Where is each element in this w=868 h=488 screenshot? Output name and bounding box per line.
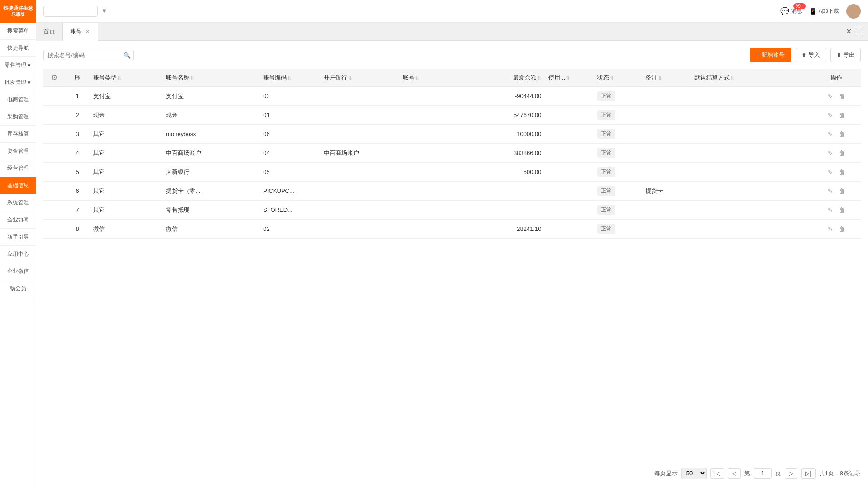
row-use-4 <box>545 163 593 182</box>
sidebar: 畅捷通好生意 乐惠版 搜索菜单 快捷导航 零售管理 ▼ 批发管理 ▼ 电商管理 … <box>0 0 36 488</box>
tab-minimize-button[interactable]: ✕ <box>846 27 852 36</box>
row-note-2 <box>642 125 690 144</box>
col-header-name[interactable]: 账号名称⇅ <box>162 69 259 87</box>
prev-page-button[interactable]: ◁ <box>728 468 741 479</box>
chevron-down-icon: ▼ <box>27 63 32 68</box>
sort-icon-balance[interactable]: ⇅ <box>538 75 541 80</box>
sidebar-item-guide[interactable]: 新手引导 <box>0 229 36 246</box>
user-avatar[interactable] <box>846 4 861 19</box>
sort-icon-type[interactable]: ⇅ <box>118 75 121 80</box>
sort-icon-name[interactable]: ⇅ <box>190 75 194 80</box>
column-settings-button[interactable]: ⚙ <box>51 73 57 82</box>
page-number-input[interactable] <box>754 468 772 479</box>
sidebar-item-inventory[interactable]: 库存核算 <box>0 126 36 143</box>
row-settings-6 <box>43 201 65 220</box>
export-button[interactable]: ⬇ 导出 <box>830 48 861 62</box>
page-suffix-label: 页 <box>775 469 781 478</box>
search-icon[interactable]: 🔍 <box>123 52 131 59</box>
row-type-7: 微信 <box>90 220 162 239</box>
per-page-select[interactable]: 50 100 <box>681 468 707 479</box>
sidebar-item-finance[interactable]: 资金管理 <box>0 143 36 160</box>
row-status-0: 正常 <box>594 87 642 106</box>
edit-button-1[interactable]: ✎ <box>826 111 835 120</box>
sidebar-item-search[interactable]: 搜索菜单 <box>0 23 36 40</box>
edit-button-7[interactable]: ✎ <box>826 225 835 234</box>
delete-button-2[interactable]: 🗑 <box>837 130 847 139</box>
delete-button-6[interactable]: 🗑 <box>837 206 847 215</box>
delete-button-3[interactable]: 🗑 <box>837 149 847 158</box>
delete-button-4[interactable]: 🗑 <box>837 168 847 177</box>
row-type-5: 其它 <box>90 182 162 201</box>
row-actions-2: ✎ 🗑 <box>812 125 861 144</box>
tab-account[interactable]: 账号 ✕ <box>63 23 98 41</box>
topbar-search-input[interactable] <box>43 6 98 17</box>
sidebar-item-purchase[interactable]: 采购管理 <box>0 108 36 126</box>
delete-button-1[interactable]: 🗑 <box>837 111 847 120</box>
delete-button-0[interactable]: 🗑 <box>837 92 847 101</box>
search-box[interactable]: 🔍 <box>43 50 134 61</box>
next-page-button[interactable]: ▷ <box>785 468 797 479</box>
search-input[interactable] <box>47 52 123 59</box>
sidebar-item-appcenter[interactable]: 应用中心 <box>0 246 36 263</box>
edit-button-6[interactable]: ✎ <box>826 206 835 215</box>
edit-button-0[interactable]: ✎ <box>826 92 835 101</box>
last-page-button[interactable]: ▷| <box>801 468 815 479</box>
topbar-dropdown-arrow[interactable]: ▼ <box>101 8 107 14</box>
first-page-button[interactable]: |◁ <box>710 468 724 479</box>
sort-icon-status[interactable]: ⇅ <box>610 75 613 80</box>
sidebar-item-retail[interactable]: 零售管理 ▼ <box>0 57 36 74</box>
col-header-note[interactable]: 备注⇅ <box>642 69 690 87</box>
row-status-1: 正常 <box>594 106 642 125</box>
sort-icon-default[interactable]: ⇅ <box>731 75 734 80</box>
edit-button-4[interactable]: ✎ <box>826 168 835 177</box>
app-download-button[interactable]: 📱 App下载 <box>809 7 839 15</box>
content-area: 🔍 + 新增账号 ⬆ 导入 ⬇ 导出 <box>36 41 868 488</box>
page-label: 第 <box>744 469 750 478</box>
edit-button-3[interactable]: ✎ <box>826 149 835 158</box>
row-note-0 <box>642 87 690 106</box>
message-icon: 💬 <box>780 7 789 15</box>
message-button[interactable]: 💬 消息 99+ <box>780 7 802 15</box>
app-logo: 畅捷通好生意 乐惠版 <box>0 0 36 23</box>
sort-icon-bank[interactable]: ⇅ <box>348 75 352 80</box>
tab-close-button[interactable]: ✕ <box>85 28 90 35</box>
row-status-7: 正常 <box>594 220 642 239</box>
col-header-account[interactable]: 账号⇅ <box>399 69 472 87</box>
col-header-balance[interactable]: 最新余额⇅ <box>472 69 545 87</box>
col-header-bank[interactable]: 开户银行⇅ <box>320 69 399 87</box>
col-header-status[interactable]: 状态⇅ <box>594 69 642 87</box>
row-bank-3: 中百商场账户 <box>320 144 399 163</box>
col-header-default[interactable]: 默认结算方式⇅ <box>691 69 812 87</box>
sidebar-item-contract[interactable]: 企业协同 <box>0 211 36 229</box>
sidebar-item-wechat[interactable]: 企业微信 <box>0 263 36 280</box>
sidebar-item-basic[interactable]: 基础信息 <box>0 177 36 194</box>
import-button[interactable]: ⬆ 导入 <box>796 48 826 62</box>
col-header-type[interactable]: 账号类型⇅ <box>90 69 162 87</box>
sidebar-item-operation[interactable]: 经营管理 <box>0 160 36 177</box>
sidebar-item-wholesale[interactable]: 批发管理 ▼ <box>0 74 36 91</box>
sort-icon-account[interactable]: ⇅ <box>415 75 419 80</box>
row-no-4: 5 <box>65 163 90 182</box>
delete-button-7[interactable]: 🗑 <box>837 225 847 234</box>
row-account-4 <box>399 163 472 182</box>
col-header-use[interactable]: 使用...⇅ <box>545 69 593 87</box>
edit-button-5[interactable]: ✎ <box>826 187 835 196</box>
sidebar-item-shortcut[interactable]: 快捷导航 <box>0 40 36 57</box>
row-use-3 <box>545 144 593 163</box>
row-type-6: 其它 <box>90 201 162 220</box>
row-settings-0 <box>43 87 65 106</box>
sidebar-item-member[interactable]: 畅会员 <box>0 280 36 297</box>
sort-icon-code[interactable]: ⇅ <box>288 75 291 80</box>
edit-button-2[interactable]: ✎ <box>826 130 835 139</box>
sidebar-item-ecommerce[interactable]: 电商管理 <box>0 91 36 108</box>
add-account-button[interactable]: + 新增账号 <box>750 48 791 62</box>
sort-icon-note[interactable]: ⇅ <box>658 75 662 80</box>
row-status-3: 正常 <box>594 144 642 163</box>
col-header-code[interactable]: 账号编码⇅ <box>259 69 320 87</box>
sort-icon-use[interactable]: ⇅ <box>566 75 570 80</box>
tab-maximize-button[interactable]: ⛶ <box>855 28 863 36</box>
col-header-settings[interactable]: ⚙ <box>43 69 65 87</box>
delete-button-5[interactable]: 🗑 <box>837 187 847 196</box>
tab-home[interactable]: 首页 <box>36 23 63 41</box>
sidebar-item-system[interactable]: 系统管理 <box>0 194 36 211</box>
